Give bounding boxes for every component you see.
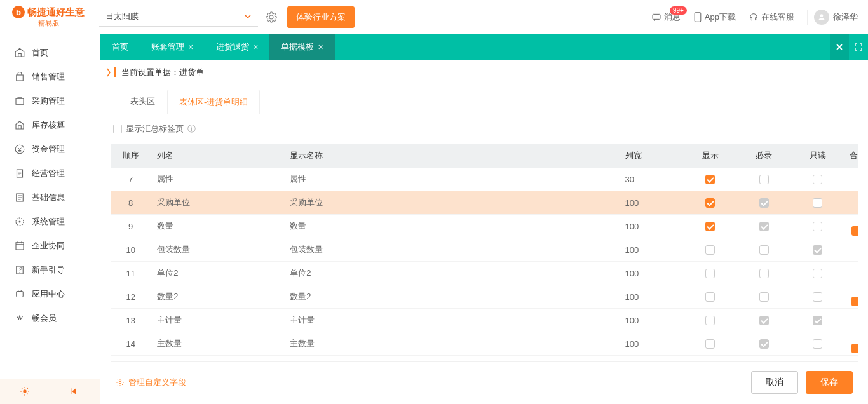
- svg-point-9: [19, 221, 21, 223]
- cell-seq: 15: [111, 356, 151, 356]
- table-row[interactable]: 15 报价 报价 80: [111, 356, 858, 356]
- sidebar-item-5[interactable]: 经营管理: [0, 161, 100, 185]
- close-icon[interactable]: ×: [318, 42, 323, 52]
- sidebar-collapse-icon[interactable]: [70, 386, 80, 396]
- cell-display[interactable]: 报价: [285, 356, 620, 356]
- table-row[interactable]: 11 单位2 单位2 100: [111, 262, 858, 285]
- checkbox[interactable]: [813, 292, 822, 302]
- cell-display[interactable]: 单位2: [285, 262, 620, 285]
- inner-tab-0[interactable]: 表头区: [118, 89, 167, 114]
- table-row[interactable]: 8 采购单位 采购单位 100: [111, 191, 858, 215]
- checkbox[interactable]: [759, 292, 769, 302]
- cell-width[interactable]: 100: [620, 285, 684, 309]
- cell-width[interactable]: 100: [620, 238, 684, 262]
- sidebar-settings-icon[interactable]: [20, 386, 30, 396]
- checkbox[interactable]: [705, 222, 715, 231]
- vip-icon: [14, 313, 25, 324]
- checkbox[interactable]: [759, 175, 769, 184]
- cell-width[interactable]: 80: [620, 356, 684, 356]
- cell-width[interactable]: 100: [620, 215, 684, 238]
- cell-name: 采购单位: [151, 191, 285, 215]
- checkbox[interactable]: [705, 198, 715, 208]
- save-button[interactable]: 保存: [806, 371, 853, 394]
- cell-last: [844, 309, 858, 332]
- svg-point-2: [820, 14, 824, 17]
- checkbox[interactable]: [759, 269, 769, 278]
- customer-service-button[interactable]: 在线客服: [749, 11, 794, 23]
- tabs-close-all[interactable]: [830, 34, 849, 60]
- tab-label: 单据模板: [281, 41, 314, 53]
- sidebar-item-7[interactable]: 系统管理: [0, 210, 100, 234]
- cell-show: [684, 332, 737, 356]
- inner-tab-1[interactable]: 表体区-进货单明细: [167, 90, 260, 114]
- cell-last: [844, 332, 858, 356]
- checkbox[interactable]: [813, 339, 822, 349]
- tab-2[interactable]: 进货退货×: [205, 34, 269, 60]
- checkbox[interactable]: [705, 339, 715, 349]
- cancel-button[interactable]: 取消: [751, 371, 798, 394]
- close-icon[interactable]: ×: [188, 42, 193, 52]
- cell-width[interactable]: 100: [620, 309, 684, 332]
- cell-display[interactable]: 属性: [285, 168, 620, 191]
- custom-link-label: 管理自定义字段: [128, 377, 186, 388]
- cell-display[interactable]: 采购单位: [285, 191, 620, 215]
- tab-3[interactable]: 单据模板×: [269, 34, 334, 60]
- sidebar-item-label: 资金管理: [32, 144, 65, 155]
- manage-custom-fields-link[interactable]: 管理自定义字段: [116, 377, 186, 388]
- sidebar-item-0[interactable]: 首页: [0, 41, 100, 65]
- sidebar-item-6[interactable]: 基础信息: [0, 185, 100, 210]
- checkbox[interactable]: [813, 269, 822, 278]
- table-row[interactable]: 13 主计量 主计量 100: [111, 309, 858, 332]
- sidebar-item-3[interactable]: 库存核算: [0, 113, 100, 137]
- tabs-fullscreen[interactable]: [849, 34, 868, 60]
- checkbox[interactable]: [813, 222, 822, 231]
- sidebar-item-1[interactable]: 销售管理: [0, 65, 100, 89]
- org-selector[interactable]: 日太阳膜: [99, 7, 258, 27]
- checkbox[interactable]: [705, 175, 715, 184]
- summary-checkbox[interactable]: [113, 125, 122, 133]
- tab-0[interactable]: 首页: [100, 34, 140, 60]
- sidebar-item-10[interactable]: 应用中心: [0, 282, 100, 306]
- table-row[interactable]: 10 包装数量 包装数量 100: [111, 238, 858, 262]
- overflow-indicator: [851, 226, 858, 236]
- checkbox: [759, 339, 769, 349]
- checkbox[interactable]: [813, 175, 822, 184]
- table-row[interactable]: 12 数量2 数量2 100: [111, 285, 858, 309]
- cell-display[interactable]: 数量: [285, 215, 620, 238]
- sidebar-item-4[interactable]: 资金管理: [0, 137, 100, 161]
- cell-readonly: [791, 238, 844, 262]
- user-menu[interactable]: 徐泽华: [807, 10, 858, 25]
- close-icon[interactable]: ×: [253, 42, 258, 52]
- messages-button[interactable]: 消息 99+: [651, 11, 681, 23]
- help-icon[interactable]: ⓘ: [187, 123, 196, 135]
- drag-handle-icon[interactable]: [103, 67, 114, 78]
- sidebar-item-8[interactable]: 企业协同: [0, 234, 100, 258]
- checkbox[interactable]: [705, 292, 715, 302]
- cell-width[interactable]: 30: [620, 168, 684, 191]
- crumb-text: 当前设置单据：进货单: [121, 67, 204, 78]
- trial-button[interactable]: 体验行业方案: [287, 6, 355, 28]
- cell-display[interactable]: 主计量: [285, 309, 620, 332]
- checkbox[interactable]: [705, 245, 715, 255]
- checkbox[interactable]: [759, 245, 769, 255]
- table-row[interactable]: 14 主数量 主数量 100: [111, 332, 858, 356]
- cell-display[interactable]: 包装数量: [285, 238, 620, 262]
- cell-display[interactable]: 数量2: [285, 285, 620, 309]
- tab-1[interactable]: 账套管理×: [140, 34, 205, 60]
- gear-icon[interactable]: [266, 11, 277, 23]
- checkbox[interactable]: [705, 316, 715, 325]
- sidebar-item-11[interactable]: 畅会员: [0, 306, 100, 330]
- gear-small-icon: [116, 378, 125, 387]
- cell-display[interactable]: 主数量: [285, 332, 620, 356]
- sidebar-item-2[interactable]: 采购管理: [0, 89, 100, 113]
- app-download-button[interactable]: App下载: [693, 11, 736, 23]
- cell-width[interactable]: 100: [620, 262, 684, 285]
- cell-seq: 9: [111, 215, 151, 238]
- cell-width[interactable]: 100: [620, 332, 684, 356]
- checkbox[interactable]: [705, 269, 715, 278]
- table-row[interactable]: 7 属性 属性 30: [111, 168, 858, 191]
- table-row[interactable]: 9 数量 数量 100: [111, 215, 858, 238]
- sidebar-item-9[interactable]: 新手引导: [0, 258, 100, 282]
- cell-width[interactable]: 100: [620, 191, 684, 215]
- checkbox[interactable]: [813, 198, 822, 208]
